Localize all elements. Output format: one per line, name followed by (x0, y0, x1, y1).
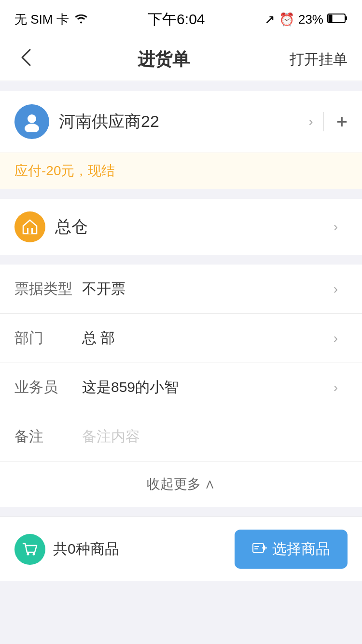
page-title: 进货单 (138, 48, 190, 71)
dept-chevron-icon: › (334, 331, 338, 346)
battery-text: 23% (298, 12, 323, 27)
svg-rect-9 (253, 544, 264, 552)
cart-icon (14, 534, 45, 565)
open-pending-button[interactable]: 打开挂单 (290, 50, 348, 70)
select-product-label: 选择商品 (272, 539, 330, 559)
add-button[interactable]: + (336, 111, 348, 133)
remark-input[interactable]: 备注内容 (82, 427, 348, 447)
location-icon: ↗ (265, 12, 275, 27)
invoice-label: 票据类型 (14, 279, 72, 299)
notice-bar: 应付-20元，现结 (0, 153, 362, 189)
back-button[interactable] (14, 42, 38, 77)
warehouse-icon (14, 211, 45, 242)
invoice-value: 不开票 (82, 279, 334, 299)
svg-point-8 (33, 553, 35, 555)
staff-value: 这是859的小智 (82, 378, 334, 397)
svg-rect-6 (28, 228, 31, 234)
supplier-avatar (14, 104, 49, 139)
supplier-name: 河南供应商22 (59, 111, 308, 133)
remark-row[interactable]: 备注 备注内容 (0, 412, 362, 461)
alarm-icon: ⏰ (279, 12, 294, 27)
dept-value: 总 部 (82, 328, 334, 348)
warehouse-name: 总仓 (55, 216, 334, 238)
svg-point-4 (25, 124, 39, 132)
status-time: 下午6:04 (148, 10, 205, 29)
battery-icon (327, 12, 348, 27)
form-section: 票据类型 不开票 › 部门 总 部 › 业务员 这是859的小智 › 备注 备注… (0, 265, 362, 507)
status-bar: 无 SIM 卡 下午6:04 ↗ ⏰ 23% (0, 0, 362, 39)
select-product-button[interactable]: 选择商品 (235, 530, 348, 569)
staff-label: 业务员 (14, 378, 72, 397)
status-right: ↗ ⏰ 23% (265, 12, 348, 27)
warehouse-section: 总仓 › (0, 199, 362, 255)
section-gap-3 (0, 255, 362, 265)
product-count-text: 共0种商品 (53, 539, 119, 559)
invoice-row[interactable]: 票据类型 不开票 › (0, 265, 362, 313)
svg-rect-1 (345, 16, 347, 20)
supplier-section: 河南供应商22 › + 应付-20元，现结 (0, 91, 362, 189)
collapse-label: 收起更多 ∧ (147, 476, 216, 491)
nav-bar: 进货单 打开挂单 (0, 39, 362, 81)
remark-label: 备注 (14, 427, 72, 447)
warehouse-row[interactable]: 总仓 › (0, 199, 362, 255)
carrier-text: 无 SIM 卡 (14, 11, 69, 28)
dept-label: 部门 (14, 328, 72, 348)
bottom-bar: 共0种商品 选择商品 (0, 517, 362, 581)
section-gap-2 (0, 189, 362, 199)
notice-text: 应付-20元，现结 (14, 163, 115, 178)
supplier-chevron-icon: › (308, 114, 313, 129)
staff-row[interactable]: 业务员 这是859的小智 › (0, 363, 362, 412)
status-left: 无 SIM 卡 (14, 11, 88, 28)
section-gap-4 (0, 507, 362, 517)
dept-row[interactable]: 部门 总 部 › (0, 313, 362, 363)
page-rest (0, 581, 362, 644)
collapse-button[interactable]: 收起更多 ∧ (0, 461, 362, 507)
svg-rect-2 (328, 14, 332, 22)
warehouse-chevron-icon: › (334, 219, 338, 235)
svg-point-3 (28, 114, 36, 123)
supplier-divider (323, 112, 324, 131)
wifi-icon (74, 12, 88, 27)
invoice-chevron-icon: › (334, 281, 338, 297)
staff-chevron-icon: › (334, 380, 338, 395)
supplier-row[interactable]: 河南供应商22 › + (0, 91, 362, 153)
product-count-wrap: 共0种商品 (14, 534, 119, 565)
svg-point-7 (27, 553, 29, 555)
section-gap-1 (0, 81, 362, 91)
